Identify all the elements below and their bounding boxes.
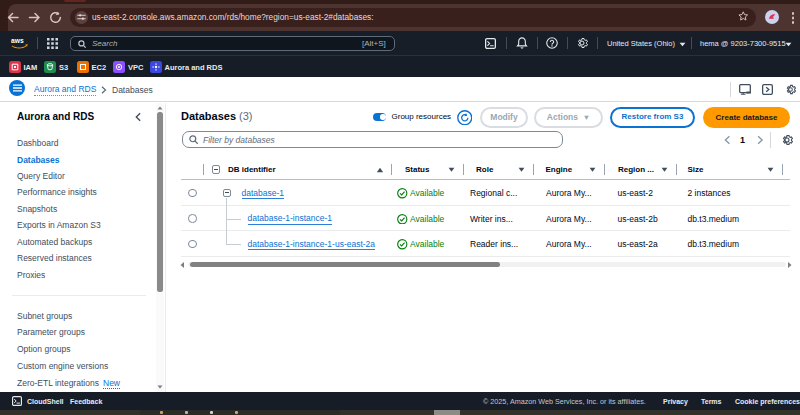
svg-text:aws: aws [11,37,24,44]
